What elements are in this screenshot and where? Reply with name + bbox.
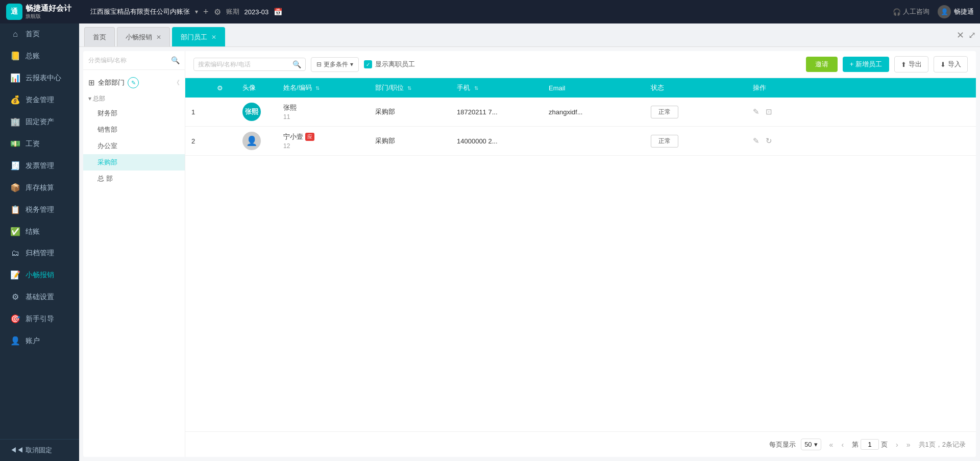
sidebar-item-guide[interactable]: 🎯 新手引导	[0, 308, 79, 330]
sidebar-item-invoice[interactable]: 🧾 发票管理	[0, 155, 79, 177]
dept-search-input[interactable]	[88, 57, 168, 64]
user-info[interactable]: 👤 畅捷通	[938, 5, 974, 18]
service-label: 人工咨询	[903, 7, 929, 16]
collapse-btn[interactable]: 《	[174, 79, 180, 87]
row2-edit-icon[interactable]: ✎	[753, 136, 760, 145]
prev-page-btn[interactable]: ‹	[838, 440, 847, 450]
sidebar-item-payroll[interactable]: 💵 工资	[0, 133, 79, 155]
tab-dept-label: 部门员工	[181, 33, 207, 42]
name-sort-icon[interactable]: ⇅	[315, 85, 320, 91]
close-tab-btn[interactable]: ✕	[957, 31, 964, 40]
col-action: 操作	[747, 78, 976, 98]
tab-dept[interactable]: 部门员工 ✕	[172, 27, 225, 46]
row2-avatar-cell: 👤	[236, 127, 277, 156]
tab-dept-close[interactable]: ✕	[211, 34, 216, 41]
last-page-btn[interactable]: »	[903, 440, 914, 450]
sidebar-item-label: 总账	[26, 52, 40, 61]
sidebar-item-expense[interactable]: 📝 小畅报销	[0, 264, 79, 286]
service-btn[interactable]: 🎧 人工咨询	[893, 7, 929, 16]
employee-search-box: 🔍	[193, 58, 306, 71]
sidebar-item-settings[interactable]: ⚙ 基础设置	[0, 286, 79, 308]
sidebar-item-funds[interactable]: 💰 资金管理	[0, 89, 79, 111]
sidebar-item-ledger[interactable]: 📒 总账	[0, 45, 79, 67]
dept-item-sales[interactable]: 销售部	[83, 122, 185, 138]
tab-actions: ✕ ⤢	[957, 31, 976, 40]
account-icon: 👤	[10, 336, 20, 346]
dept-tree: ⊞ 全部部门 ✎ 《 ▾ 总部 财务部 销售部 办公室	[83, 70, 185, 457]
add-employee-button[interactable]: + 新增员工	[843, 57, 889, 72]
import-label: 导入	[948, 60, 961, 69]
headset-icon: 🎧	[893, 8, 901, 16]
row2-email	[543, 127, 645, 156]
row2-actions: ✎ ↻	[753, 136, 970, 145]
col-settings-icon[interactable]: ⚙	[217, 84, 223, 92]
filter-btn[interactable]: ⊟ 更多条件 ▾	[311, 57, 359, 72]
period-value: 2023-03	[244, 8, 269, 16]
sidebar-item-label: 结账	[26, 227, 40, 236]
row1-index: 1	[185, 98, 211, 127]
sidebar-item-assets[interactable]: 🏢 固定资产	[0, 111, 79, 133]
row1-email: zhangxidf...	[543, 98, 645, 127]
employee-search-icon[interactable]: 🔍	[292, 60, 301, 68]
phone-sort-icon[interactable]: ⇅	[474, 85, 478, 91]
sidebar-item-archive[interactable]: 🗂 归档管理	[0, 242, 79, 264]
tab-home[interactable]: 首页	[84, 27, 115, 46]
page-nav-next: › »	[893, 440, 913, 450]
page-content: 🔍 ⊞ 全部部门 ✎ 《 ▾ 总部 财务部 销售部	[83, 51, 976, 457]
col-status: 状态	[645, 78, 747, 98]
next-page-btn[interactable]: ›	[893, 440, 901, 450]
page-input-area: 第 页	[852, 439, 888, 450]
dept-item-finance[interactable]: 财务部	[83, 105, 185, 122]
company-dropdown-arrow[interactable]: ▾	[195, 8, 198, 15]
calendar-icon[interactable]: 📅	[274, 8, 282, 16]
sidebar-item-label: 账户	[26, 336, 40, 346]
sidebar-item-account[interactable]: 👤 账户	[0, 330, 79, 352]
sidebar-item-inventory[interactable]: 📦 库存核算	[0, 177, 79, 199]
add-company-btn[interactable]: +	[203, 7, 209, 16]
settings-icon[interactable]: ⚙	[214, 7, 221, 17]
dept-search-icon[interactable]: 🔍	[171, 56, 180, 64]
dept-item-purchase[interactable]: 采购部	[83, 154, 185, 171]
employee-search-input[interactable]	[198, 61, 289, 68]
row1-edit-icon[interactable]: ✎	[753, 107, 760, 116]
per-page-select[interactable]: 50 ▾	[801, 439, 821, 450]
row2-code: 12	[283, 142, 363, 150]
row2-refresh-icon[interactable]: ↻	[766, 136, 772, 145]
dept-item-hq[interactable]: 总 部	[83, 171, 185, 187]
dept-panel: 🔍 ⊞ 全部部门 ✎ 《 ▾ 总部 财务部 销售部	[83, 51, 185, 457]
dept-item-office[interactable]: 办公室	[83, 138, 185, 154]
page-number-input[interactable]	[861, 439, 879, 450]
show-resigned-checkbox[interactable]: ✓	[364, 60, 372, 68]
dept-sort-icon[interactable]: ⇅	[407, 85, 411, 91]
col-dept-label: 部门/职位	[375, 84, 404, 91]
sidebar-item-reports[interactable]: 📊 云报表中心	[0, 67, 79, 89]
sidebar-item-label: 首页	[26, 30, 40, 39]
logo-area: 通 畅捷通好会计 旗舰版	[6, 4, 85, 20]
first-page-btn[interactable]: «	[826, 440, 837, 450]
row1-logout-icon[interactable]: ⊡	[766, 107, 772, 116]
sidebar-item-checkout[interactable]: ✅ 结账	[0, 221, 79, 242]
unpin-btn[interactable]: ◀◀ 取消固定	[0, 439, 79, 461]
row2-name-code: 宁小壹 应 12	[283, 132, 363, 150]
show-resigned-toggle[interactable]: ✓ 显示离职员工	[364, 60, 415, 69]
invite-button[interactable]: 邀请	[806, 57, 838, 72]
export-button[interactable]: ⬆ 导出	[894, 56, 928, 72]
all-dept-header[interactable]: ⊞ 全部部门 ✎ 《	[83, 74, 185, 91]
filter-icon: ⊟	[316, 61, 322, 68]
dept-edit-btn[interactable]: ✎	[128, 77, 139, 88]
table-row: 2 👤 宁小壹	[185, 127, 976, 156]
sidebar-item-label: 小畅报销	[26, 271, 54, 280]
period-label: 账期	[226, 7, 239, 16]
sidebar-item-label: 资金管理	[26, 95, 54, 105]
expand-tab-btn[interactable]: ⤢	[968, 31, 976, 40]
sidebar-item-home[interactable]: ⌂ 首页	[0, 23, 79, 45]
employee-data-table: ⚙ 头像 姓名/编码 ⇅ 部门/职位 ⇅	[185, 78, 976, 156]
sidebar-item-tax[interactable]: 📋 税务管理	[0, 199, 79, 221]
dept-hq-label: 总 部	[97, 174, 113, 183]
per-page-arrow: ▾	[814, 441, 818, 448]
tab-expense[interactable]: 小畅报销 ✕	[117, 27, 170, 46]
sidebar-item-label: 固定资产	[26, 117, 54, 127]
import-button[interactable]: ⬇ 导入	[934, 56, 968, 72]
tab-expense-close[interactable]: ✕	[156, 34, 161, 41]
expense-icon: 📝	[10, 270, 20, 280]
